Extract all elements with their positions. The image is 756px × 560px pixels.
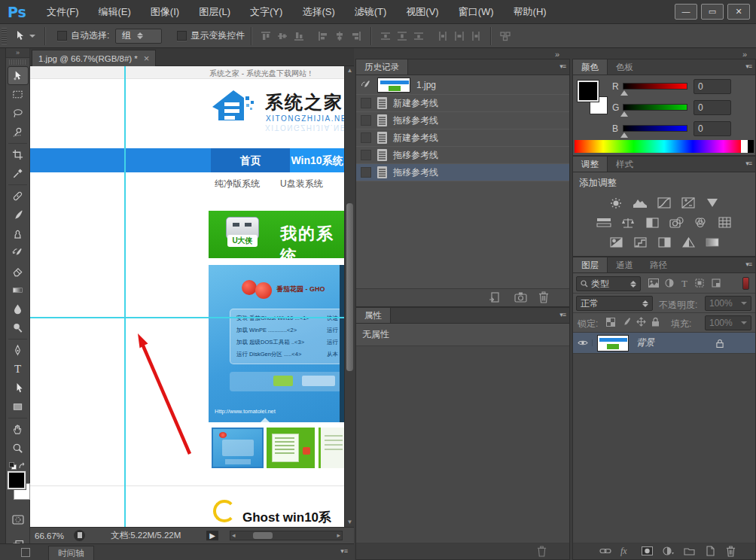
status-flyout-icon[interactable]: ▶	[206, 531, 218, 540]
black-white-button[interactable]	[643, 215, 661, 230]
blue-slider-thumb[interactable]	[620, 132, 628, 138]
layer-style-fx-button[interactable]: fx	[620, 546, 627, 557]
new-document-from-state-button[interactable]	[489, 292, 501, 303]
spectrum-white-swatch[interactable]	[741, 140, 748, 153]
align-left-edges-button[interactable]	[315, 28, 331, 44]
tab-color[interactable]: 颜色	[573, 59, 608, 75]
layer-visibility-eye-icon[interactable]	[573, 339, 593, 346]
default-colors-icon[interactable]	[9, 462, 17, 470]
brightness-contrast-button[interactable]	[607, 196, 625, 210]
gradient-map-button[interactable]	[679, 235, 697, 249]
color-lookup-button[interactable]	[715, 215, 733, 230]
layer-filtering-toggle[interactable]	[742, 277, 749, 290]
menu-filter[interactable]: 滤镜(T)	[345, 0, 397, 24]
channel-mixer-button[interactable]	[691, 215, 709, 230]
levels-button[interactable]	[631, 196, 649, 210]
auto-select-target-dropdown[interactable]: 组	[115, 29, 162, 44]
blue-slider-track[interactable]	[623, 125, 687, 132]
history-snapshot-row[interactable]: 1.jpg	[356, 75, 569, 95]
brush-tool[interactable]	[8, 205, 29, 224]
layer-filter-type-dropdown[interactable]: 类型	[576, 276, 641, 291]
menu-layer[interactable]: 图层(L)	[189, 0, 240, 24]
tab-paths[interactable]: 路径	[642, 257, 675, 272]
filter-shape-layers-icon[interactable]	[695, 278, 704, 288]
invert-button[interactable]	[607, 235, 625, 249]
tools-collapse-chevrons-icon[interactable]: »	[6, 48, 29, 58]
align-vertical-centers-button[interactable]	[274, 28, 291, 44]
distribute-top-edges-button[interactable]	[377, 28, 394, 44]
path-selection-tool[interactable]	[8, 379, 29, 397]
green-slider-thumb[interactable]	[620, 111, 628, 117]
show-transform-checkbox[interactable]	[177, 31, 187, 41]
tab-properties[interactable]: 属性	[356, 308, 391, 323]
new-group-folder-button[interactable]	[684, 546, 695, 555]
properties-menu-icon[interactable]: ▾≡	[559, 311, 565, 318]
align-bottom-edges-button[interactable]	[291, 28, 307, 44]
close-button[interactable]: ✕	[727, 4, 750, 20]
menu-window[interactable]: 窗口(W)	[449, 0, 504, 24]
color-menu-icon[interactable]: ▾≡	[745, 62, 751, 70]
history-source-well[interactable]	[361, 98, 371, 108]
filter-pixel-layers-icon[interactable]	[648, 278, 659, 288]
posterize-button[interactable]	[631, 235, 649, 249]
history-brush-source-icon[interactable]	[361, 80, 371, 90]
distribute-vertical-centers-button[interactable]	[394, 28, 410, 44]
tab-swatches[interactable]: 色板	[608, 59, 642, 75]
red-slider-thumb[interactable]	[620, 90, 628, 96]
history-item-row-selected[interactable]: 拖移参考线	[356, 164, 569, 181]
options-bar-grip[interactable]	[2, 28, 7, 44]
filter-adjustment-layers-icon[interactable]	[665, 278, 674, 288]
maximize-button[interactable]: ▭	[701, 4, 724, 20]
history-source-well[interactable]	[361, 115, 371, 126]
pen-tool[interactable]	[8, 341, 29, 360]
foreground-color-swatch[interactable]	[578, 81, 599, 102]
eyedropper-tool[interactable]	[8, 164, 29, 183]
hue-saturation-button[interactable]	[595, 215, 613, 230]
threshold-button[interactable]	[655, 235, 673, 249]
filter-type-layers-icon[interactable]: T	[681, 278, 687, 290]
adjustments-menu-icon[interactable]: ▾≡	[745, 160, 751, 167]
opacity-field[interactable]: 100%	[705, 296, 751, 311]
scroll-left-icon[interactable]: ◂	[232, 531, 236, 539]
layer-thumbnail[interactable]	[597, 335, 629, 352]
clone-stamp-tool[interactable]	[8, 224, 29, 243]
scroll-up-icon[interactable]: ▲	[345, 66, 355, 75]
lock-position-icon[interactable]	[636, 317, 646, 327]
move-tool[interactable]	[8, 66, 29, 85]
quick-mask-mode-button[interactable]	[8, 510, 29, 529]
blue-value-field[interactable]: 0	[694, 121, 731, 136]
minimize-button[interactable]: —	[675, 4, 697, 20]
lock-all-icon[interactable]	[651, 317, 660, 327]
distribute-horizontal-centers-button[interactable]	[451, 28, 468, 44]
layers-menu-icon[interactable]: ▾≡	[745, 260, 751, 268]
green-slider-track[interactable]	[623, 104, 687, 111]
selective-color-button[interactable]	[703, 235, 721, 249]
document-tab-close-icon[interactable]: ×	[144, 53, 150, 64]
tools-grip[interactable]	[9, 59, 26, 65]
zoom-level-field[interactable]: 66.67%	[35, 531, 74, 540]
menu-type[interactable]: 文字(Y)	[240, 0, 292, 24]
distribute-right-edges-button[interactable]	[468, 28, 484, 44]
scroll-down-icon[interactable]: ▼	[345, 518, 355, 527]
canvas-horizontal-scrollbar[interactable]: ◂ ▸	[230, 531, 343, 540]
rectangular-marquee-tool[interactable]	[8, 85, 29, 104]
dock-collapse-chevrons-icon[interactable]: »	[555, 50, 559, 59]
tab-adjustments[interactable]: 调整	[573, 157, 608, 172]
timeline-menu-icon[interactable]: ▾≡	[340, 547, 348, 555]
timeline-tab[interactable]: 时间轴	[48, 546, 94, 560]
dock-collapse-chevrons-icon[interactable]: »	[742, 50, 747, 59]
document-tab[interactable]: 1.jpg @ 66.7%(RGB/8#) * ×	[32, 50, 156, 66]
vibrance-button[interactable]	[703, 196, 721, 210]
tab-history[interactable]: 历史记录	[356, 59, 408, 75]
photo-filter-button[interactable]	[667, 215, 685, 230]
dodge-tool[interactable]	[8, 318, 29, 337]
exposure-button[interactable]	[679, 196, 697, 210]
delete-layer-trash-button[interactable]	[726, 546, 736, 557]
distribute-bottom-edges-button[interactable]	[410, 28, 427, 44]
link-layers-button[interactable]	[599, 547, 611, 555]
auto-select-checkbox[interactable]	[57, 31, 67, 41]
canvas-vertical-scrollbar[interactable]: ▲ ▼	[344, 66, 354, 527]
swap-colors-icon[interactable]	[18, 462, 26, 470]
spectrum-black-swatch[interactable]	[748, 140, 754, 153]
align-right-edges-button[interactable]	[348, 28, 364, 44]
